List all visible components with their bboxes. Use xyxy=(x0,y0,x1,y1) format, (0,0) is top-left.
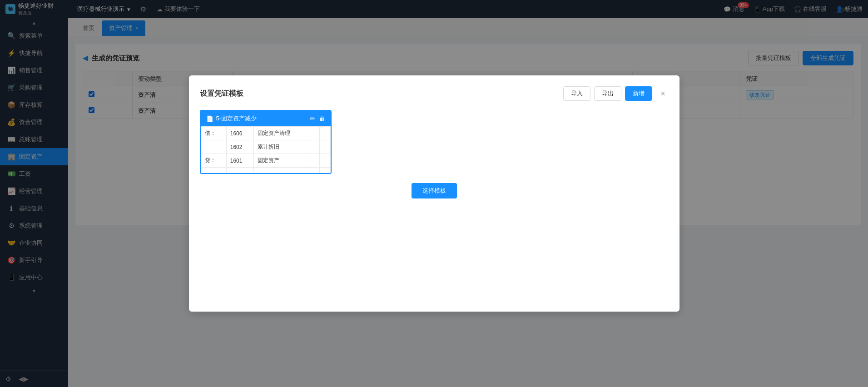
modal-overlay[interactable]: 设置凭证模板 导入 导出 新增 × xyxy=(68,36,868,387)
content-area: 首页 资产管理 × ✕ ⤢ xyxy=(68,18,868,387)
template-card: 📄 5-固定资产减少 ✏ 🗑 xyxy=(200,110,332,174)
line1-subject: 固定资产清理 xyxy=(253,127,309,140)
line2-subject: 累计折旧 xyxy=(253,140,309,154)
template-detail-table: 借： 1606 固定资产清理 1602 xyxy=(201,126,331,173)
line2-col4 xyxy=(320,140,330,154)
template-line-1: 借： 1606 固定资产清理 xyxy=(201,127,330,140)
template-card-header: 📄 5-固定资产减少 ✏ 🗑 xyxy=(201,111,331,126)
line3-code: 1601 xyxy=(226,154,253,168)
template-line-4 xyxy=(201,168,330,174)
line2-direction xyxy=(201,140,226,154)
page-content: ◀ 生成的凭证预览 批量凭证模板 全部生成凭证 xyxy=(68,36,868,387)
line3-subject: 固定资产 xyxy=(253,154,309,168)
modal-close-btn[interactable]: × xyxy=(658,88,669,99)
template-delete-icon[interactable]: 🗑 xyxy=(319,115,325,122)
modal-title: 设置凭证模板 xyxy=(200,89,243,99)
line3-direction: 贷： xyxy=(201,154,226,168)
line4-col4 xyxy=(320,168,330,174)
line4-col3 xyxy=(309,168,319,174)
line1-col4 xyxy=(320,127,330,140)
line2-col3 xyxy=(309,140,319,154)
line1-col3 xyxy=(309,127,319,140)
line1-code: 1606 xyxy=(226,127,253,140)
line4-direction xyxy=(201,168,226,174)
template-card-body: 借： 1606 固定资产清理 1602 xyxy=(201,126,331,173)
template-line-2: 1602 累计折旧 xyxy=(201,140,330,154)
line4-subject xyxy=(253,168,309,174)
line2-code: 1602 xyxy=(226,140,253,154)
line1-direction: 借： xyxy=(201,127,226,140)
template-card-icons: ✏ 🗑 xyxy=(310,115,325,122)
modal-actions: 导入 导出 新增 xyxy=(563,86,652,101)
modal-header: 设置凭证模板 导入 导出 新增 × xyxy=(200,86,669,101)
line3-col3 xyxy=(309,154,319,168)
template-card-title: 📄 5-固定资产减少 xyxy=(206,114,257,123)
template-doc-icon: 📄 xyxy=(206,115,213,122)
template-name: 5-固定资产减少 xyxy=(216,114,257,123)
template-edit-icon[interactable]: ✏ xyxy=(310,115,315,122)
set-template-modal: 设置凭证模板 导入 导出 新增 × xyxy=(189,75,680,312)
template-line-3: 贷： 1601 固定资产 xyxy=(201,154,330,168)
line3-col4 xyxy=(320,154,330,168)
import-btn[interactable]: 导入 xyxy=(563,86,590,101)
export-btn[interactable]: 导出 xyxy=(594,86,621,101)
new-btn[interactable]: 新增 xyxy=(625,86,652,101)
line4-code xyxy=(226,168,253,174)
select-template-btn[interactable]: 选择模板 xyxy=(412,183,457,198)
